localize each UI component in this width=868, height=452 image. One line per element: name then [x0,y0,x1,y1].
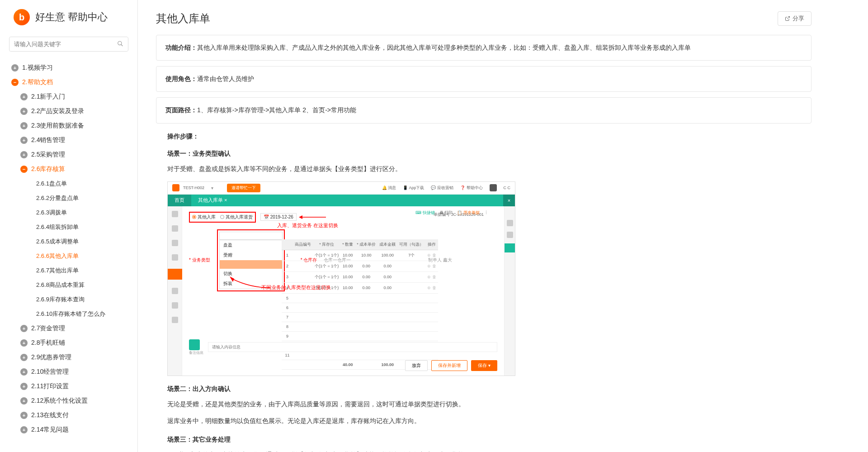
sidebar: b 好生意 帮助中心 1.视频学习 2.帮助文档 2.1新手入门 2.2产品安装… [0,0,138,452]
screenshot-image: TEST-H002 ▾ 邀请帮忙一下 🔔 消息 📱 App下载 💬 应收营销 ❓… [167,181,515,376]
steps-title: 操作步骤： [167,133,811,141]
nav-2-8[interactable]: 2.8手机旺铺 [0,336,137,350]
svg-line-1 [121,44,123,46]
info-text: 其他入库单用来处理除采购入库、产成品入库之外的其他入库业务，因此其他入库单可处理… [197,44,691,51]
search-box [9,37,128,52]
nav-2-4[interactable]: 2.4销售管理 [0,133,137,147]
search-input[interactable] [9,37,128,51]
logo-area: b 好生意 帮助中心 [0,9,137,32]
nav-label: 2.6.3调拨单 [36,209,67,217]
nav-label: 2.1新手入门 [31,93,65,101]
scene2-text1: 无论是受赠，还是其他类型的业务，由于入库商品质量等原因，需要退回，这时可通过单据… [167,399,811,410]
nav-label: 2.8手机旺铺 [31,339,65,347]
nav-2-3[interactable]: 2.3使用前数据准备 [0,119,137,133]
logo-icon: b [14,9,30,25]
nav-help-docs[interactable]: 2.帮助文档 [0,75,137,90]
share-icon [785,16,790,21]
nav-label: 2.5采购管理 [31,151,65,159]
info-path: 页面路径：1、库存核算->库存管理->其他入库单 2、首页->常用功能 [156,97,811,123]
share-label: 分享 [793,14,804,23]
nav-2-6-1[interactable]: 2.6.1盘点单 [0,176,137,191]
nav-label: 2.6.5成本调整单 [36,238,79,246]
svg-point-0 [118,41,122,45]
nav-2-6-3[interactable]: 2.6.3调拨单 [0,205,137,220]
scene1-title: 场景一：业务类型确认 [167,150,811,158]
nav-label: 2.2产品安装及登录 [31,107,84,115]
nav-label: 2.4销售管理 [31,136,65,144]
scene2-title: 场景二：出入方向确认 [167,385,811,393]
info-text: 通常由仓管人员维护 [197,75,254,82]
nav-2-6-6[interactable]: 2.6.6其他入库单 [0,249,137,263]
nav-label: 2.11打印设置 [31,382,69,390]
nav-label: 2.13在线支付 [31,411,69,419]
nav-2-9[interactable]: 2.9优惠券管理 [0,350,137,365]
nav-label: 2.6.6其他入库单 [36,252,79,260]
nav-label: 1.视频学习 [22,64,53,72]
svg-marker-3 [299,215,302,219]
nav-label: 2.6.4组装拆卸单 [36,223,79,231]
nav-2-2[interactable]: 2.2产品安装及登录 [0,104,137,119]
scene3-text1: 1、赠品入库的商品直接转为销售。通过工具栏【复制:复制为销货单】功能，将单据信息… [167,449,811,452]
scene1-text: 对于受赠、盘盈或是拆装入库等不同的业务，是通过单据头【业务类型】进行区分。 [167,163,811,175]
nav-label: 2.3使用前数据准备 [31,122,84,130]
nav-label: 2.12系统个性化设置 [31,397,88,405]
info-intro: 功能介绍：其他入库单用来处理除采购入库、产成品入库之外的其他入库业务，因此其他入… [156,35,811,61]
nav-2-6-8[interactable]: 2.6.8商品成本重算 [0,278,137,292]
nav-label: 2.6.8商品成本重算 [36,281,85,289]
nav-2-6-2[interactable]: 2.6.2分量盘点单 [0,191,137,205]
page-header: 其他入库单 分享 [156,11,811,26]
scene2-text2: 退库业务中，明细数量均以负值红色展示。无论是入库还是退库，库存账均记在入库方向。 [167,415,811,427]
info-label: 功能介绍： [165,44,197,51]
nav-label: 2.6.10库存账本错了怎么办 [36,310,105,318]
share-button[interactable]: 分享 [778,11,811,26]
nav-label: 2.帮助文档 [22,78,53,86]
nav-label: 2.14常见问题 [31,426,69,434]
nav-2-13[interactable]: 2.13在线支付 [0,408,137,423]
nav-2-6-10[interactable]: 2.6.10库存账本错了怎么办 [0,307,137,321]
info-label: 页面路径： [165,106,197,114]
nav-2-6-5[interactable]: 2.6.5成本调整单 [0,234,137,249]
nav-list: 1.视频学习 2.帮助文档 2.1新手入门 2.2产品安装及登录 2.3使用前数… [0,61,137,437]
nav-2-6[interactable]: 2.6库存核算 [0,162,137,176]
nav-label: 2.6.1盘点单 [36,180,67,188]
info-text: 1、库存核算->库存管理->其他入库单 2、首页->常用功能 [197,106,356,114]
info-label: 使用角色： [165,75,197,82]
nav-label: 2.7资金管理 [31,324,65,333]
nav-label: 2.10经营管理 [31,368,69,376]
nav-2-6-9[interactable]: 2.6.9库存账本查询 [0,292,137,307]
nav-2-10[interactable]: 2.10经营管理 [0,365,137,379]
nav-2-6-7[interactable]: 2.6.7其他出库单 [0,263,137,278]
nav-label: 2.6.2分量盘点单 [36,194,79,202]
nav-2-6-4[interactable]: 2.6.4组装拆卸单 [0,220,137,234]
search-icon[interactable] [117,40,123,48]
nav-2-11[interactable]: 2.11打印设置 [0,379,137,394]
main-content: 其他入库单 分享 功能介绍：其他入库单用来处理除采购入库、产成品入库之外的其他入… [138,0,830,452]
nav-2-7[interactable]: 2.7资金管理 [0,321,137,336]
nav-2-12[interactable]: 2.12系统个性化设置 [0,394,137,408]
nav-label: 2.6.9库存账本查询 [36,295,85,304]
logo-text: 好生意 帮助中心 [35,10,108,24]
nav-label: 2.6库存核算 [31,165,65,173]
svg-marker-4 [230,276,234,282]
info-role: 使用角色：通常由仓管人员维护 [156,66,811,92]
page-title: 其他入库单 [156,11,210,26]
nav-label: 2.9优惠券管理 [31,353,71,362]
nav-2-1[interactable]: 2.1新手入门 [0,90,137,104]
nav-video-learning[interactable]: 1.视频学习 [0,61,137,75]
nav-2-14[interactable]: 2.14常见问题 [0,423,137,437]
scene3-title: 场景三：其它业务处理 [167,436,811,444]
nav-2-5[interactable]: 2.5采购管理 [0,147,137,162]
nav-label: 2.6.7其他出库单 [36,266,79,275]
